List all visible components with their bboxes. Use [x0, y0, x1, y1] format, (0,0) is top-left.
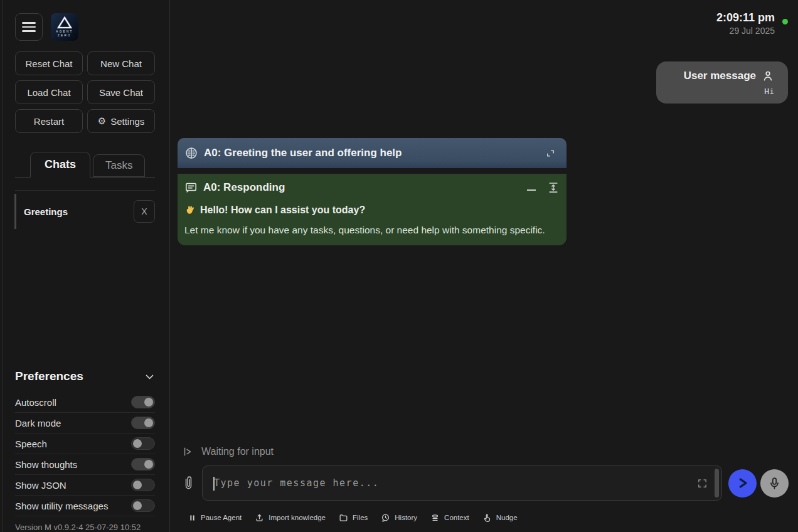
preferences-title: Preferences — [15, 370, 144, 383]
user-message-bubble: User message Hi — [656, 61, 788, 104]
tab-tasks[interactable]: Tasks — [93, 154, 145, 177]
speech-toggle[interactable] — [131, 437, 155, 450]
agent-message-group: A0: Greeting the user and offering help … — [178, 138, 567, 245]
waiting-icon — [183, 446, 193, 457]
upload-icon — [255, 513, 264, 523]
pause-icon — [188, 514, 196, 522]
user-message-text: Hi — [665, 87, 774, 96]
microphone-button[interactable] — [760, 469, 789, 497]
nudge-button[interactable]: Nudge — [482, 513, 518, 523]
agent-status-text: Waiting for input — [201, 446, 274, 457]
import-knowledge-button[interactable]: Import knowledge — [255, 513, 326, 523]
wave-emoji-icon — [184, 205, 196, 216]
agent-zero-logo: AGENT ZERO — [51, 13, 78, 41]
dark-mode-toggle[interactable] — [131, 417, 155, 429]
new-chat-button[interactable]: New Chat — [87, 51, 155, 75]
sidebar: AGENT ZERO Reset Chat New Chat Load Chat… — [0, 0, 170, 532]
save-chat-button[interactable]: Save Chat — [87, 80, 155, 104]
pref-row-show-thoughts: Show thoughts — [15, 454, 155, 475]
load-chat-button[interactable]: Load Chat — [15, 80, 83, 104]
text-caret — [213, 477, 215, 491]
svg-text:AGENT: AGENT — [56, 30, 73, 33]
pref-row-dark-mode: Dark mode — [15, 413, 155, 434]
agent-status-row: Waiting for input — [183, 446, 798, 457]
fullscreen-input-icon[interactable] — [697, 478, 708, 489]
chat-main-area: 2:09:11 pm 29 Jul 2025 User message Hi A… — [170, 0, 798, 532]
history-button[interactable]: History — [381, 513, 417, 523]
brain-icon — [184, 146, 198, 160]
chat-item-title: Greetings — [24, 206, 134, 217]
history-clock-icon — [381, 513, 390, 523]
reset-chat-button[interactable]: Reset Chat — [15, 51, 83, 75]
nudge-hand-icon — [482, 513, 492, 523]
current-date: 29 Jul 2025 — [716, 26, 775, 36]
chat-close-button[interactable]: X — [134, 200, 155, 223]
divider — [15, 190, 155, 191]
hamburger-icon — [22, 22, 36, 24]
pref-row-show-utility: Show utility messages — [15, 496, 155, 516]
settings-button[interactable]: ⚙ Settings — [87, 109, 155, 133]
folder-icon — [339, 513, 348, 523]
response-title: A0: Responding — [203, 181, 527, 194]
current-time: 2:09:11 pm — [716, 11, 775, 24]
minimize-icon[interactable] — [527, 189, 536, 191]
chevron-down-icon — [144, 371, 155, 382]
input-scrollbar[interactable] — [715, 469, 719, 497]
gear-icon: ⚙ — [98, 115, 106, 127]
pref-row-speech: Speech — [15, 434, 155, 454]
pause-agent-button[interactable]: Pause Agent — [188, 514, 242, 522]
show-json-toggle[interactable] — [131, 479, 155, 491]
online-status-dot — [782, 19, 788, 24]
message-icon — [184, 181, 198, 194]
user-message-title: User message — [684, 70, 756, 82]
preferences-section: Preferences Autoscroll Dark mode Speech … — [15, 370, 155, 532]
person-icon — [762, 70, 774, 82]
attachment-icon[interactable] — [183, 474, 194, 492]
response-greeting: Hello! How can I assist you today? — [200, 205, 365, 216]
files-button[interactable]: Files — [339, 513, 368, 523]
bottom-dock: Waiting for input — [170, 446, 798, 532]
context-button[interactable]: Context — [430, 513, 469, 523]
clock-block: 2:09:11 pm 29 Jul 2025 — [716, 11, 788, 36]
pref-row-autoscroll: Autoscroll — [15, 392, 155, 413]
sidebar-scrollbar-gutter — [2, 0, 3, 532]
restart-button[interactable]: Restart — [15, 109, 83, 133]
expand-height-icon[interactable] — [547, 181, 560, 194]
version-text: Version M v0.9.2-4 25-07-29 10:52 — [15, 516, 155, 532]
autoscroll-toggle[interactable] — [131, 396, 155, 408]
preferences-header[interactable]: Preferences — [15, 370, 155, 392]
svg-text:ZERO: ZERO — [58, 34, 72, 37]
pref-row-show-json: Show JSON — [15, 475, 155, 496]
message-input-container — [202, 466, 722, 501]
show-thoughts-toggle[interactable] — [131, 458, 155, 471]
message-input[interactable] — [203, 477, 697, 489]
agent-thought-bubble: A0: Greeting the user and offering help — [178, 138, 567, 168]
agent-response-bubble: A0: Responding Hello! How can I assist y… — [178, 174, 567, 245]
expand-icon[interactable] — [545, 147, 556, 159]
send-arrow-icon — [736, 476, 750, 490]
hamburger-menu-button[interactable] — [15, 13, 43, 41]
thought-title: A0: Greeting the user and offering help — [204, 147, 545, 159]
response-detail: Let me know if you have any tasks, quest… — [184, 225, 560, 236]
context-stack-icon — [430, 513, 440, 523]
send-button[interactable] — [728, 469, 757, 497]
bottom-toolbar: Pause Agent Import knowledge Files — [188, 509, 798, 526]
tab-chats[interactable]: Chats — [30, 152, 90, 178]
microphone-icon — [767, 476, 782, 491]
composer-row — [183, 466, 789, 501]
chat-list-item[interactable]: Greetings X — [14, 194, 155, 229]
sidebar-tabs: Chats Tasks — [15, 152, 155, 178]
show-utility-toggle[interactable] — [131, 499, 155, 512]
